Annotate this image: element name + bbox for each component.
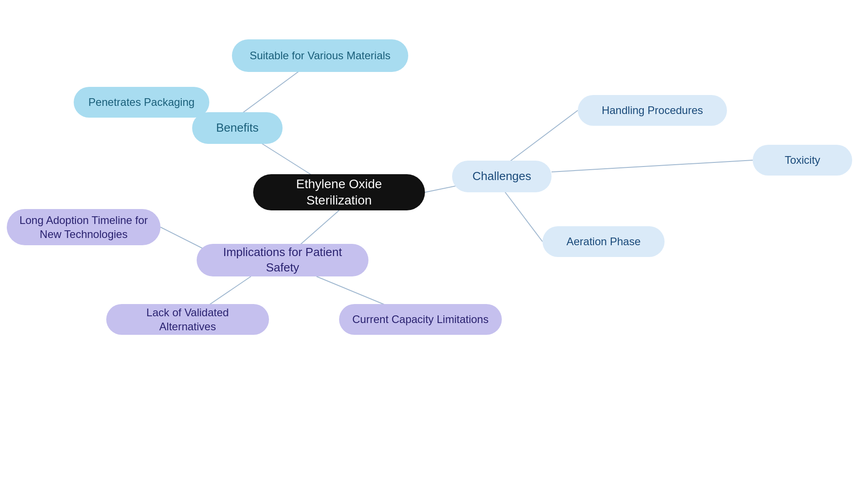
adoption-node: Long Adoption Timeline for New Technolog… <box>7 209 160 245</box>
benefits-node: Benefits <box>192 112 283 144</box>
center-node: Ethylene Oxide Sterilization <box>253 174 425 210</box>
svg-line-6 <box>502 188 542 242</box>
aeration-node: Aeration Phase <box>542 226 665 257</box>
lack-node: Lack of Validated Alternatives <box>106 304 269 335</box>
handling-node: Handling Procedures <box>578 95 727 126</box>
capacity-node: Current Capacity Limitations <box>339 304 502 335</box>
penetrates-node: Penetrates Packaging <box>74 87 209 118</box>
challenges-node: Challenges <box>452 161 552 192</box>
svg-line-5 <box>552 160 753 172</box>
svg-line-4 <box>502 110 578 167</box>
implications-node: Implications for Patient Safety <box>197 244 368 276</box>
toxicity-node: Toxicity <box>753 145 852 176</box>
suitable-node: Suitable for Various Materials <box>232 39 408 72</box>
